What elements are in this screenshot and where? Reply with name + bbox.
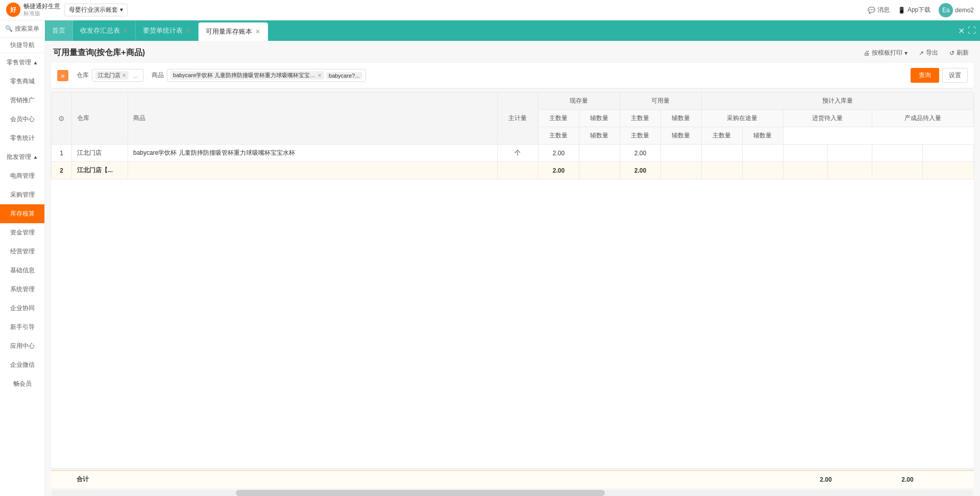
th-fp-aux: 辅数量 — [742, 127, 783, 145]
th-unit-label: 主计量 — [508, 114, 527, 122]
sidebar-search[interactable]: 🔍 搜索菜单 — [0, 20, 44, 38]
tab-receive-summary-close[interactable]: ✕ — [123, 27, 128, 34]
th-warehouse: 仓库 — [72, 92, 128, 145]
sidebar-item-member-center-label: 会员中心 — [10, 115, 35, 124]
sidebar-item-app-center-label: 应用中心 — [10, 342, 35, 350]
logo-text-area: 畅捷通好生意 标准版 — [23, 3, 60, 17]
industry-arrow-icon: ▾ — [120, 6, 123, 13]
cell-pt-main-2 — [701, 162, 742, 179]
th-cur-main: 主数量 — [538, 110, 579, 127]
sidebar-item-member-center[interactable]: 会员中心 — [0, 110, 44, 129]
user-area[interactable]: Ea demo2 — [939, 3, 974, 17]
cell-seq-1: 1 — [52, 145, 72, 162]
refresh-btn[interactable]: ↺ 刷新 — [946, 47, 972, 59]
goods-filter-label: 商品 — [152, 71, 164, 80]
sidebar-item-basic-info[interactable]: 基础信息 — [0, 261, 44, 280]
sidebar-item-vip-member[interactable]: 畅会员 — [0, 374, 44, 393]
sidebar-item-finance-mgmt[interactable]: 资金管理 — [0, 223, 44, 242]
tab-bar-end: ✕ ⛶ — [954, 20, 980, 41]
page-content: 可用量查询(按仓库+商品) 🖨 按模板打印 ▾ ↗ 导出 ↺ 刷新 — [45, 41, 980, 496]
sidebar-item-enterprise-wechat[interactable]: 企业微信 — [0, 356, 44, 374]
sidebar-item-enterprise-collab[interactable]: 企业协同 — [0, 299, 44, 318]
th-goods: 商品 — [128, 92, 498, 145]
sidebar-item-retail-mall-label: 零售商城 — [10, 77, 35, 86]
settings-icon[interactable]: ⚙ — [58, 114, 65, 123]
sidebar-item-purchase-mgmt[interactable]: 采购管理 — [0, 185, 44, 204]
sidebar-item-marketing[interactable]: 营销推广 — [0, 91, 44, 110]
tab-close-all-icon[interactable]: ✕ — [958, 26, 965, 36]
th-available: 可用量 — [620, 92, 701, 110]
tab-order-stats-close[interactable]: ✕ — [186, 27, 191, 34]
goods-tag-2: babycare?... — [326, 72, 362, 79]
sidebar-item-finance-mgmt-label: 资金管理 — [10, 228, 35, 237]
cell-fp-main-2 — [872, 162, 923, 179]
tab-fullscreen-icon[interactable]: ⛶ — [968, 26, 976, 35]
cell-pt-aux-2 — [742, 162, 783, 179]
warehouse-ellipsis[interactable]: ... — [131, 72, 140, 79]
logo-sub: 标准版 — [23, 10, 60, 17]
app-download-icon: 📱 — [898, 7, 905, 14]
setting-btn[interactable]: 设置 — [942, 68, 968, 83]
tab-available-ledger-close[interactable]: ✕ — [255, 28, 260, 35]
logo-area: 好 畅捷通好生意 标准版 — [6, 3, 60, 17]
warehouse-tag-close[interactable]: ✕ — [122, 73, 126, 78]
sidebar-item-retail-stats[interactable]: 零售统计 — [0, 129, 44, 148]
sidebar-item-new-guide[interactable]: 新手引导 — [0, 318, 44, 337]
table-row-subtotal: 2 江北门店【... 2.00 2 — [52, 162, 974, 179]
th-current-label: 现存量 — [570, 97, 588, 104]
goods-tags-input[interactable]: babycare学饮杯 儿童防摔防撞吸管杯重力球吸嘴杯宝宝水杯 ✕ babyca… — [167, 69, 366, 82]
app-download-label: App下载 — [908, 6, 930, 14]
th-pt-main: 主数量 — [538, 127, 579, 145]
industry-selector[interactable]: 母婴行业演示账套 ▾ — [64, 4, 128, 16]
cell-cur-main-1: 2.00 — [538, 145, 579, 162]
export-icon: ↗ — [919, 50, 924, 57]
filter-actions: 查询 设置 — [911, 68, 968, 83]
cell-pt-main-1 — [701, 145, 742, 162]
sidebar-item-app-center[interactable]: 应用中心 — [0, 337, 44, 356]
tab-bar: 首页 收发存汇总表 ✕ 要货单统计表 ✕ 可用量库存账本 ✕ ✕ ⛶ — [45, 20, 980, 41]
cell-cur-aux-2 — [579, 162, 620, 179]
sidebar-item-ecommerce-mgmt-label: 电商管理 — [10, 172, 35, 180]
export-btn[interactable]: ↗ 导出 — [916, 47, 941, 59]
sidebar-item-enterprise-wechat-label: 企业微信 — [10, 361, 35, 369]
sidebar-item-retail-mall[interactable]: 零售商城 — [0, 72, 44, 91]
page-header: 可用量查询(按仓库+商品) 🖨 按模板打印 ▾ ↗ 导出 ↺ 刷新 — [45, 41, 980, 63]
sidebar-item-ecommerce-mgmt[interactable]: 电商管理 — [0, 167, 44, 185]
th-cur-main-label: 主数量 — [549, 114, 568, 122]
sidebar-search-label: 搜索菜单 — [15, 25, 39, 32]
bottom-scrollbar[interactable] — [51, 490, 974, 496]
warehouse-tag-text: 江北门店 — [98, 72, 120, 79]
top-bar: 好 畅捷通好生意 标准版 母婴行业演示账套 ▾ 💬 消息 📱 App下载 Ea … — [0, 0, 980, 20]
tab-receive-summary-label: 收发存汇总表 — [80, 26, 120, 35]
template-print-btn[interactable]: 🖨 按模板打印 ▾ — [861, 47, 911, 59]
tab-order-stats[interactable]: 要货单统计表 ✕ — [136, 20, 199, 41]
th-gp-aux: 辅数量 — [660, 127, 701, 145]
filter-expand-btn[interactable]: » — [57, 70, 68, 81]
tab-available-ledger[interactable]: 可用量库存账本 ✕ — [199, 22, 268, 41]
cell-gp-aux-1 — [827, 145, 872, 162]
tab-home[interactable]: 首页 — [45, 20, 73, 41]
sidebar-quick-nav[interactable]: 快捷导航 — [0, 38, 44, 53]
th-settings[interactable]: ⚙ — [52, 92, 72, 145]
th-finished-pending-label: 产成品待入量 — [904, 114, 941, 122]
page-title: 可用量查询(按仓库+商品) — [53, 48, 145, 58]
query-btn[interactable]: 查询 — [911, 68, 939, 83]
scrollbar-thumb — [236, 490, 605, 496]
sidebar-item-inventory-check[interactable]: 库存核算 — [0, 204, 44, 223]
warehouse-tags-input[interactable]: 江北门店 ✕ ... — [92, 69, 143, 82]
sidebar-item-purchase-mgmt-label: 采购管理 — [10, 191, 35, 199]
sidebar-item-operations-mgmt[interactable]: 经营管理 — [0, 242, 44, 261]
sidebar-item-retail-mgmt[interactable]: 零售管理 ▲ — [0, 53, 44, 72]
app-download-btn[interactable]: 📱 App下载 — [898, 6, 930, 14]
sidebar-item-vip-member-label: 畅会员 — [13, 380, 32, 388]
sidebar-item-wholesale-mgmt[interactable]: 批发管理 ▲ — [0, 148, 44, 167]
cell-cur-aux-1 — [579, 145, 620, 162]
goods-tag-1-close[interactable]: ✕ — [317, 73, 322, 78]
warehouse-filter: 仓库 江北门店 ✕ ... — [77, 69, 143, 82]
page-header-actions: 🖨 按模板打印 ▾ ↗ 导出 ↺ 刷新 — [861, 47, 972, 59]
message-btn[interactable]: 💬 消息 — [868, 6, 890, 14]
tab-receive-summary[interactable]: 收发存汇总表 ✕ — [73, 20, 136, 41]
sidebar-item-system-mgmt[interactable]: 系统管理 — [0, 280, 44, 299]
cell-fp-aux-2 — [923, 162, 974, 179]
user-name: demo2 — [955, 7, 974, 14]
